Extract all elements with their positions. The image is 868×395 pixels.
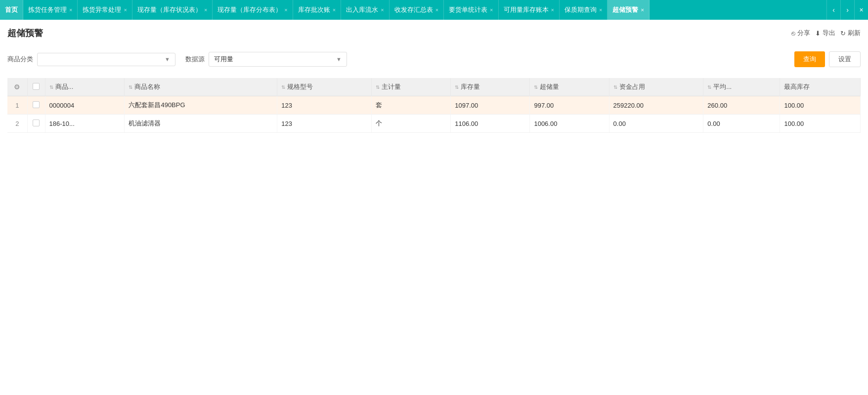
datasource-dropdown-icon: ▼	[336, 56, 342, 62]
nav-next-button[interactable]: ›	[840, 0, 854, 20]
row-stock-1: 1106.00	[451, 115, 530, 133]
row-product-name-0: 六配套新昌490BPG	[125, 96, 277, 115]
filter-bar: 商品分类 ▼ 数据源 可用量 ▼ 查询 设置	[7, 46, 861, 72]
col-header-product-code: ⇅商品...	[45, 78, 125, 96]
row-over-stock-0: 997.00	[530, 96, 609, 115]
nav-tab-11[interactable]: 超储预警 ×	[608, 0, 649, 20]
nav-tab-home[interactable]: 首页	[0, 0, 23, 20]
filter-category: 商品分类 ▼	[7, 53, 175, 66]
close-tab-1[interactable]: ×	[69, 7, 72, 13]
page-title: 超储预警	[7, 27, 43, 39]
category-dropdown-icon: ▼	[165, 56, 170, 62]
table-settings-icon[interactable]: ⚙	[14, 83, 20, 91]
nav-tab-7[interactable]: 收发存汇总表 ×	[390, 0, 444, 20]
nav-tab-3[interactable]: 现存量（库存状况表） ×	[132, 0, 213, 20]
row-over-stock-1: 1006.00	[530, 115, 609, 133]
close-tab-9[interactable]: ×	[551, 7, 554, 13]
row-unit-1: 个	[372, 115, 451, 133]
filter-actions: 查询 设置	[794, 51, 861, 67]
close-tab-3[interactable]: ×	[204, 7, 207, 13]
datasource-select[interactable]: 可用量 ▼	[209, 52, 347, 67]
row-product-name-1: 机油滤清器	[125, 115, 277, 133]
page-header: 超储预警 ⎋ 分享 ⬇ 导出 ↻ 刷新	[7, 27, 861, 39]
nav-tab-10[interactable]: 保质期查询 ×	[560, 0, 608, 20]
row-check-0	[27, 96, 45, 115]
close-tab-7[interactable]: ×	[435, 7, 438, 13]
close-tab-5[interactable]: ×	[333, 7, 336, 13]
row-max-stock-0: 100.00	[780, 96, 861, 115]
col-header-over-stock: ⇅超储量	[530, 78, 609, 96]
refresh-icon: ↻	[840, 30, 846, 37]
query-button[interactable]: 查询	[794, 51, 825, 67]
page-content: 超储预警 ⎋ 分享 ⬇ 导出 ↻ 刷新 商品分类 ▼ 数据源	[0, 20, 868, 395]
row-checkbox-1[interactable]	[33, 119, 40, 126]
nav-bar: 首页 拣货任务管理 × 拣货异常处理 × 现存量（库存状况表） × 现存量（库存…	[0, 0, 868, 20]
filter-datasource: 数据源 可用量 ▼	[185, 52, 347, 67]
close-tab-4[interactable]: ×	[284, 7, 287, 13]
col-header-check	[27, 78, 45, 96]
col-header-stock: ⇅库存量	[451, 78, 530, 96]
category-label: 商品分类	[7, 55, 33, 64]
export-button[interactable]: ⬇ 导出	[815, 29, 835, 38]
row-avg-0: 260.00	[703, 96, 780, 115]
col-header-avg: ⇅平均...	[703, 78, 780, 96]
nav-prev-button[interactable]: ‹	[826, 0, 840, 20]
nav-tab-9[interactable]: 可用量库存账本 ×	[499, 0, 560, 20]
col-header-settings: ⚙	[7, 78, 27, 96]
settings-button[interactable]: 设置	[829, 51, 861, 67]
row-index-1: 2	[7, 115, 27, 133]
nav-tab-5[interactable]: 库存批次账 ×	[293, 0, 341, 20]
nav-tab-2[interactable]: 拣货异常处理 ×	[78, 0, 132, 20]
nav-tab-1[interactable]: 拣货任务管理 ×	[23, 0, 78, 20]
row-spec-0: 123	[277, 96, 372, 115]
row-capital-0: 259220.00	[609, 96, 703, 115]
col-header-product-name: ⇅商品名称	[125, 78, 277, 96]
share-icon: ⎋	[791, 30, 795, 37]
table-row: 2 186-10... 机油滤清器 123 个 1106.00 1006.00 …	[7, 115, 861, 133]
close-tab-11[interactable]: ×	[641, 7, 644, 13]
row-stock-0: 1097.00	[451, 96, 530, 115]
close-tab-2[interactable]: ×	[124, 7, 127, 13]
col-header-capital: ⇅资金占用	[609, 78, 703, 96]
export-icon: ⬇	[815, 30, 821, 37]
col-header-spec: ⇅规格型号	[277, 78, 372, 96]
row-checkbox-0[interactable]	[33, 101, 40, 108]
close-tab-6[interactable]: ×	[381, 7, 384, 13]
table-body: 1 0000004 六配套新昌490BPG 123 套 1097.00 997.…	[7, 96, 861, 133]
category-select-placeholder	[43, 56, 44, 63]
nav-tab-8[interactable]: 要货单统计表 ×	[444, 0, 498, 20]
row-capital-1: 0.00	[609, 115, 703, 133]
col-header-unit: ⇅主计量	[372, 78, 451, 96]
nav-arrows: ‹ › ×	[826, 0, 868, 20]
nav-close-button[interactable]: ×	[854, 0, 868, 20]
refresh-button[interactable]: ↻ 刷新	[840, 29, 861, 38]
select-all-checkbox[interactable]	[33, 83, 40, 90]
row-product-code-1: 186-10...	[45, 115, 125, 133]
datasource-select-value: 可用量	[214, 55, 233, 64]
close-tab-8[interactable]: ×	[490, 7, 493, 13]
table-row: 1 0000004 六配套新昌490BPG 123 套 1097.00 997.…	[7, 96, 861, 115]
category-select[interactable]: ▼	[37, 53, 175, 66]
close-tab-10[interactable]: ×	[599, 7, 602, 13]
nav-tab-6[interactable]: 出入库流水 ×	[341, 0, 389, 20]
col-header-max-stock: 最高库存	[780, 78, 861, 96]
datasource-label: 数据源	[185, 55, 205, 64]
row-max-stock-1: 100.00	[780, 115, 861, 133]
table-header: ⚙ ⇅商品... ⇅商品名称 ⇅规格型号 ⇅主计量 ⇅库存量 ⇅超储量 ⇅资金占…	[7, 78, 861, 96]
row-unit-0: 套	[372, 96, 451, 115]
row-index-0: 1	[7, 96, 27, 115]
data-table: ⚙ ⇅商品... ⇅商品名称 ⇅规格型号 ⇅主计量 ⇅库存量 ⇅超储量 ⇅资金占…	[7, 78, 861, 133]
row-avg-1: 0.00	[703, 115, 780, 133]
row-spec-1: 123	[277, 115, 372, 133]
row-product-code-0: 0000004	[45, 96, 125, 115]
page-actions: ⎋ 分享 ⬇ 导出 ↻ 刷新	[791, 29, 861, 38]
share-button[interactable]: ⎋ 分享	[791, 29, 810, 38]
nav-tab-4[interactable]: 现存量（库存分布表） ×	[213, 0, 293, 20]
row-check-1	[27, 115, 45, 133]
